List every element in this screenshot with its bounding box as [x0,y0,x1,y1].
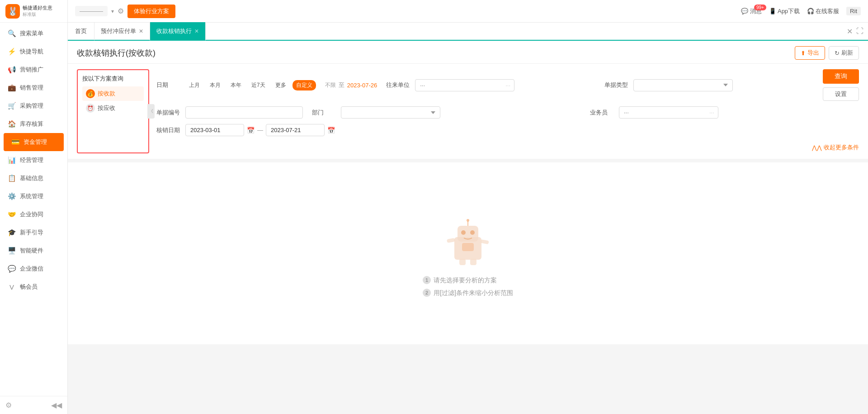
sidebar-item-7[interactable]: 📊 经营管理 [0,151,67,169]
sidebar-icon-2: 📢 [7,65,16,74]
bill-type-label: 单据类型 [604,81,630,89]
topbar-dropdown-arrow[interactable]: ▾ [111,8,114,14]
date-btn-7days[interactable]: 近7天 [248,80,269,90]
calendar-start-icon[interactable]: 📅 [247,127,255,134]
sidebar-item-3[interactable]: 💼 销售管理 [0,79,67,97]
sidebar-item-9[interactable]: ⚙️ 系统管理 [0,187,67,205]
refresh-button[interactable]: ↻ 刷新 [829,46,859,60]
tab-prepaid-close[interactable]: ✕ [139,28,143,34]
date-btn-last-month[interactable]: 上月 [185,80,203,90]
filter-option-by-receivable[interactable]: ⏰ 按应收 [82,101,144,115]
tab-prepaid-label: 预付冲应付单 [101,27,136,35]
bill-number-input[interactable] [185,106,303,119]
sidebar-item-10[interactable]: 🤝 企业协同 [0,205,67,224]
sidebar-item-5[interactable]: 🏠 库存核算 [0,115,67,133]
sidebar-label-14: 畅会员 [20,283,38,291]
empty-state: 1 请先选择要分析的方案 2 用[过滤]条件来缩小分析范围 [68,181,868,326]
chevron-up-icon: ⋀⋀ [812,144,822,151]
solution-button[interactable]: 体验行业方案 [127,5,175,18]
maximize-icon[interactable]: ⛶ [856,27,863,35]
sidebar-label-6: 资金管理 [24,138,47,146]
tab-home[interactable]: 首页 [68,22,94,40]
bill-type-select[interactable] [633,79,733,91]
app-download-link[interactable]: 📱 App下载 [769,7,800,15]
tip-text-2: 用[过滤]条件来缩小分析范围 [434,286,513,299]
sidebar-icon-9: ⚙️ [7,192,16,201]
counterpart-field: 往来单位 ··· [386,79,595,91]
tip-num-1: 1 [423,276,431,284]
svg-rect-7 [481,239,489,244]
verification-end-input[interactable] [266,124,325,136]
online-service-link[interactable]: 🎧 在线客服 [807,7,839,15]
date-btn-this-year[interactable]: 本年 [227,80,245,90]
date-btn-custom[interactable]: 自定义 [292,80,316,90]
date-btn-this-month[interactable]: 本月 [206,80,224,90]
collapse-sidebar-icon[interactable]: ◀◀ [51,401,62,409]
sidebar-item-11[interactable]: 🎓 新手引导 [0,224,67,242]
message-icon: 💬 [741,8,748,14]
sidebar-label-0: 搜索菜单 [20,29,43,38]
sidebar-label-2: 营销推广 [20,66,43,74]
staff-more-icon[interactable]: ··· [709,109,714,116]
sidebar-item-8[interactable]: 📋 基础信息 [0,169,67,187]
topbar-gear-icon[interactable]: ⚙ [118,7,124,15]
department-select[interactable] [341,106,440,119]
sidebar-item-1[interactable]: ⚡ 快捷导航 [0,43,67,61]
collapse-filter-btn[interactable]: 《 [147,104,155,119]
verification-start-input[interactable] [185,124,244,136]
app-name: 畅捷通好生意 [23,5,52,11]
sidebar-item-0[interactable]: 🔍 搜索菜单 [0,24,67,43]
tab-collection[interactable]: 收款核销执行 ✕ [150,22,206,40]
page-content: 收款核销执行(按收款) ⬆ 导出 ↻ 刷新 按以下方案查询 💰 按收款 [68,41,868,414]
receivable-icon: ⏰ [86,104,95,113]
filter-sidebar-title: 按以下方案查询 [82,75,144,83]
sidebar-item-6[interactable]: 💳 资金管理 [4,133,64,151]
tab-prepaid[interactable]: 预付冲应付单 ✕ [94,22,150,40]
counterpart-input[interactable] [415,79,514,91]
user-display-name: Rit [846,7,861,15]
tab-collection-label: 收款核销执行 [156,27,192,35]
refresh-icon: ↻ [835,50,840,57]
bill-number-label: 单据编号 [156,109,182,117]
sidebar-icon-10: 🤝 [7,210,16,219]
settings-icon[interactable]: ⚙ [5,401,12,409]
filter-form: 日期 上月 本月 本年 近7天 更多 自定义 不限 至 2023 [156,69,859,153]
date-field: 日期 上月 本月 本年 近7天 更多 自定义 [156,80,316,90]
message-button[interactable]: 💬 消息 99+ [741,7,762,15]
tip-item-1: 1 请先选择要分析的方案 [423,274,513,286]
query-button[interactable]: 查询 [823,69,859,84]
verification-date-field: 核销日期 📅 — 📅 [156,124,335,136]
sidebar-label-5: 库存核算 [20,120,43,128]
sidebar-label-7: 经营管理 [20,156,43,164]
tip-item-2: 2 用[过滤]条件来缩小分析范围 [423,286,513,299]
tab-collection-close[interactable]: ✕ [194,28,199,34]
sidebar-item-12[interactable]: 🖥️ 智能硬件 [0,242,67,260]
sidebar-label-13: 企业微信 [20,265,43,273]
filter-row-3: 核销日期 📅 — 📅 [156,124,859,136]
empty-robot-illustration [439,217,497,266]
export-button[interactable]: ⬆ 导出 [795,46,825,60]
sidebar-menu: 🔍 搜索菜单 ⚡ 快捷导航 📢 营销推广 💼 销售管理 🛒 采购管理 🏠 库存核… [0,23,67,396]
sidebar-item-2[interactable]: 📢 营销推广 [0,61,67,79]
filter-option-by-receipt[interactable]: 💰 按收款 [82,86,144,101]
counterpart-more-icon[interactable]: ··· [505,82,510,89]
more-conditions-button[interactable]: ⋀⋀ 收起更多条件 [812,143,859,152]
app-edition: 标准版 [23,11,52,18]
verification-date-range: 📅 — 📅 [185,124,335,136]
sidebar-item-13[interactable]: 💬 企业微信 [0,260,67,278]
sidebar-label-9: 系统管理 [20,192,43,200]
date-btn-more[interactable]: 更多 [272,80,290,90]
page-title: 收款核销执行(按收款) [77,48,156,58]
sidebar-icon-6: 💳 [11,138,20,147]
sidebar-icon-1: ⚡ [7,47,16,56]
sidebar-item-4[interactable]: 🛒 采购管理 [0,97,67,115]
close-tab-icon[interactable]: ✕ [847,27,853,36]
calendar-end-icon[interactable]: 📅 [327,127,335,134]
setting-button[interactable]: 设置 [823,87,859,101]
more-conditions-row: ⋀⋀ 收起更多条件 [156,142,859,153]
svg-rect-9 [470,259,476,265]
receipt-icon: 💰 [86,89,95,98]
app-download-icon: 📱 [769,8,776,14]
staff-input[interactable] [619,106,718,119]
sidebar-item-14[interactable]: V 畅会员 [0,278,67,296]
